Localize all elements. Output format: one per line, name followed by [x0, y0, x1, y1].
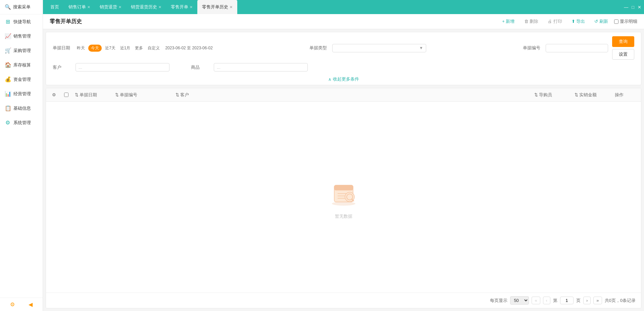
customer-placeholder: ... — [79, 65, 166, 70]
th-date[interactable]: ⇅ 单据日期 — [71, 89, 112, 101]
date-label: 单据日期 — [53, 45, 71, 51]
next-page-btn[interactable]: › — [583, 297, 591, 304]
goods-select[interactable]: ... — [214, 63, 308, 71]
first-page-btn[interactable]: « — [532, 297, 540, 304]
date-range-text: 2023-06-02 至 2023-06-02 — [165, 45, 212, 51]
export-button[interactable]: ⬆ 导出 — [568, 17, 589, 26]
close-btn[interactable]: ✕ — [638, 5, 641, 10]
per-page-select[interactable]: 102050100 — [510, 296, 529, 305]
th-customer-label: 客户 — [180, 92, 189, 98]
delete-button[interactable]: 🗑 删除 — [521, 17, 542, 26]
sidebar-settings-icon[interactable]: ⚙ — [10, 301, 15, 308]
tab-close-icon[interactable]: ✕ — [230, 5, 233, 9]
sidebar-item-label: 销售管理 — [13, 33, 31, 39]
date-shortcut-last1m[interactable]: 近1月 — [119, 45, 132, 52]
sidebar-item-sales-mgmt[interactable]: 📈 销售管理 — [0, 29, 43, 43]
customer-select[interactable]: ... — [76, 63, 169, 71]
toolbar-actions: + 新增 🗑 删除 🖨 打印 ⬆ 导出 ↺ 刷新 显示明细 — [499, 17, 637, 26]
query-setting-wrap: 查询 设置 — [612, 36, 634, 60]
operations-mgmt-icon: 📊 — [5, 91, 11, 97]
tab-sales-return[interactable]: 销货退货 ✕ — [95, 0, 126, 14]
main-area: 首页销售订单 ✕销货退货 ✕销货退货历史 ✕零售开单 ✕零售开单历史 ✕ — □… — [43, 0, 644, 311]
sidebar-item-inventory-check[interactable]: 🏠 库存核算 — [0, 58, 43, 72]
quick-nav-icon: ⊞ — [5, 18, 11, 25]
inventory-check-icon: 🏠 — [5, 62, 11, 68]
bill-type-placeholder — [335, 46, 419, 51]
add-button[interactable]: + 新增 — [499, 17, 518, 26]
customer-label: 客户 — [53, 64, 71, 70]
sidebar-item-label: 库存核算 — [13, 62, 31, 68]
tab-sales-order[interactable]: 销售订单 ✕ — [64, 0, 95, 14]
goods-placeholder: ... — [217, 65, 305, 70]
tab-close-icon[interactable]: ✕ — [87, 5, 90, 9]
table-header: ⚙ ⇅ 单据日期 ⇅ 单据编号 ⇅ 客户 ⇅ — [46, 88, 641, 102]
date-shortcut-last7[interactable]: 近7天 — [104, 45, 117, 52]
empty-state: 暂无数据 — [46, 102, 641, 293]
tab-label: 销售订单 — [68, 4, 86, 10]
date-shortcut-custom[interactable]: 自定义 — [146, 45, 161, 52]
th-guide-sort-icon: ⇅ — [534, 92, 538, 97]
setting-button[interactable]: 设置 — [612, 49, 634, 60]
sidebar-search[interactable]: 🔍 搜索采单 — [0, 0, 43, 14]
date-shortcut-more[interactable]: 更多 — [134, 45, 144, 52]
goods-label: 商品 — [191, 64, 210, 70]
print-button[interactable]: 🖨 打印 — [544, 17, 565, 26]
select-all-checkbox[interactable] — [64, 93, 68, 97]
empty-illustration — [327, 175, 360, 209]
bill-type-label: 单据类型 — [309, 45, 328, 51]
tab-retail-open[interactable]: 零售开单 ✕ — [166, 0, 197, 14]
tab-label: 销货退货历史 — [131, 4, 157, 10]
sidebar-item-label: 资金管理 — [13, 76, 31, 83]
tab-close-icon[interactable]: ✕ — [190, 5, 193, 9]
sidebar-item-purchase-mgmt[interactable]: 🛒 采购管理 — [0, 43, 43, 58]
th-customer[interactable]: ⇅ 客户 — [172, 89, 531, 101]
th-action: 操作 — [611, 89, 638, 101]
tab-label: 销货退货 — [100, 4, 117, 10]
tab-close-icon[interactable]: ✕ — [158, 5, 161, 9]
sidebar-bottom: ⚙ ◀ — [0, 298, 43, 311]
current-page-input[interactable] — [560, 297, 574, 304]
query-button[interactable]: 查询 — [612, 36, 634, 47]
bill-type-select[interactable]: ▼ — [332, 44, 426, 52]
tab-close-icon[interactable]: ✕ — [118, 5, 121, 9]
th-billno[interactable]: ⇅ 单据编号 — [112, 89, 172, 101]
finance-mgmt-icon: 💰 — [5, 76, 11, 83]
sidebar-item-label: 系统管理 — [13, 120, 31, 126]
last-page-btn[interactable]: » — [593, 297, 602, 304]
filter-row-date: 单据日期 昨天今天近7天近1月更多自定义 2023-06-02 至 2023-0… — [53, 36, 634, 60]
collapse-bar[interactable]: ∧ 收起更多条件 — [53, 75, 634, 82]
sidebar-item-finance-mgmt[interactable]: 💰 资金管理 — [0, 72, 43, 87]
sidebar-item-basic-info[interactable]: 📋 基础信息 — [0, 101, 43, 115]
sidebar-collapse-icon[interactable]: ◀ — [29, 301, 33, 308]
bill-no-input[interactable] — [546, 44, 608, 52]
th-amount[interactable]: ⇅ 实销金额 — [571, 89, 611, 101]
th-date-label: 单据日期 — [80, 92, 97, 98]
page-title: 零售开单历史 — [50, 18, 496, 25]
show-detail-checkbox-wrap: 显示明细 — [614, 18, 637, 24]
sidebar-item-operations-mgmt[interactable]: 📊 经营管理 — [0, 87, 43, 101]
th-billno-sort-icon: ⇅ — [115, 92, 119, 97]
minimize-btn[interactable]: — — [624, 5, 628, 10]
date-shortcut-yesterday[interactable]: 昨天 — [76, 45, 86, 52]
prev-page-btn[interactable]: ‹ — [543, 297, 550, 304]
th-checkbox[interactable] — [61, 90, 71, 100]
th-guide[interactable]: ⇅ 导购员 — [531, 89, 571, 101]
th-guide-label: 导购员 — [539, 92, 552, 98]
date-shortcut-today[interactable]: 今天 — [88, 45, 102, 52]
sidebar-item-label: 经营管理 — [13, 91, 31, 97]
refresh-button[interactable]: ↺ 刷新 — [591, 17, 611, 26]
system-mgmt-icon: ⚙ — [5, 119, 11, 126]
maximize-btn[interactable]: □ — [632, 5, 634, 10]
tab-retail-history[interactable]: 零售开单历史 ✕ — [197, 0, 237, 14]
filter-row-customer: 客户 ... 商品 ... — [53, 63, 634, 71]
tab-home[interactable]: 首页 — [46, 0, 64, 14]
show-detail-checkbox[interactable] — [614, 19, 618, 24]
per-page-label: 每页显示 — [490, 298, 507, 304]
sidebar-item-system-mgmt[interactable]: ⚙ 系统管理 — [0, 115, 43, 130]
th-settings[interactable]: ⚙ — [49, 90, 61, 100]
purchase-mgmt-icon: 🛒 — [5, 47, 11, 54]
sales-mgmt-icon: 📈 — [5, 33, 11, 39]
tab-sales-return-history[interactable]: 销货退货历史 ✕ — [126, 0, 166, 14]
table-settings-icon: ⚙ — [52, 92, 56, 97]
sidebar-item-quick-nav[interactable]: ⊞ 快捷导航 — [0, 14, 43, 29]
